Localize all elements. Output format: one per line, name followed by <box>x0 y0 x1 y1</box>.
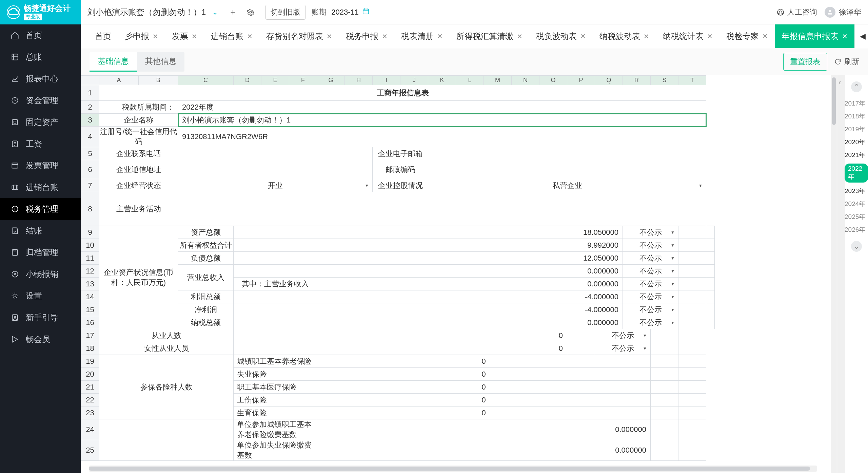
year-option[interactable]: 2018年 <box>845 112 868 121</box>
holding-select[interactable]: 私营企业 <box>428 179 706 192</box>
tab-0[interactable]: 首页 <box>88 24 118 48</box>
col-header[interactable]: B <box>139 76 178 85</box>
tab-8[interactable]: 税负波动表✕ <box>529 24 593 48</box>
col-header[interactable]: G <box>317 76 345 85</box>
close-icon[interactable]: ✕ <box>707 32 713 40</box>
cell-value[interactable]: 0 <box>317 394 651 406</box>
cell-value[interactable]: 0 <box>317 368 651 381</box>
col-header[interactable]: I <box>373 76 400 85</box>
cell-value[interactable]: 0.000000 <box>317 440 651 461</box>
cell-value[interactable]: -4.000000 <box>234 290 623 303</box>
cell-value[interactable]: 0.000000 <box>234 316 623 329</box>
consult-button[interactable]: 人工咨询 <box>776 7 817 17</box>
year-option[interactable]: 2021年 <box>845 151 868 159</box>
sidebar-item-0[interactable]: 首页 <box>0 24 81 46</box>
spreadsheet[interactable]: ABCDEFGHIJKLMNOPQRST 1工商年报信息表 2税款所属期间：20… <box>81 75 831 473</box>
sidebar-item-7[interactable]: 进销台账 <box>0 176 81 198</box>
company-name-cell[interactable]: 刘小艳演示账套（勿删勿动！）1 <box>178 114 706 127</box>
panel-collapse[interactable]: ‹ <box>837 75 844 473</box>
close-icon[interactable]: ✕ <box>327 32 332 40</box>
subtab-1[interactable]: 其他信息 <box>137 52 184 72</box>
close-icon[interactable]: ✕ <box>842 32 848 40</box>
tab-2[interactable]: 发票✕ <box>165 24 204 48</box>
cell-value[interactable]: 0 <box>234 329 567 342</box>
tab-9[interactable]: 纳税波动表✕ <box>593 24 656 48</box>
cell-value[interactable]: -4.000000 <box>234 303 623 316</box>
tab-prev-icon[interactable]: ◀ <box>854 24 868 48</box>
switch-old-button[interactable]: 切到旧版 <box>265 5 305 20</box>
tab-11[interactable]: 税检专家✕ <box>719 24 775 48</box>
publicity-select[interactable]: 不公示 <box>623 316 678 329</box>
cell-value[interactable]: 9.992000 <box>234 239 623 252</box>
year-option[interactable]: 2023年 <box>845 187 868 195</box>
year-option[interactable]: 2019年 <box>845 125 868 134</box>
close-icon[interactable]: ✕ <box>580 32 586 40</box>
sidebar-item-12[interactable]: 设置 <box>0 285 81 307</box>
close-icon[interactable]: ✕ <box>247 32 253 40</box>
close-icon[interactable]: ✕ <box>644 32 649 40</box>
tab-1[interactable]: 彡申报✕ <box>118 24 165 48</box>
cell-value[interactable]: 0 <box>234 342 567 355</box>
col-header[interactable]: M <box>484 76 512 85</box>
col-header[interactable]: J <box>400 76 428 85</box>
col-header[interactable]: L <box>456 76 484 85</box>
close-icon[interactable]: ✕ <box>437 32 443 40</box>
subtab-0[interactable]: 基础信息 <box>90 52 137 72</box>
col-header[interactable]: N <box>512 76 539 85</box>
horizontal-scrollbar[interactable] <box>89 466 817 472</box>
sidebar-item-9[interactable]: 结账 <box>0 220 81 242</box>
year-option[interactable]: 2025年 <box>845 212 868 221</box>
status-select[interactable]: 开业 <box>178 179 373 192</box>
col-header[interactable]: R <box>623 76 651 85</box>
account-name[interactable]: 刘小艳演示账套（勿删勿动！）1 <box>87 7 206 18</box>
publicity-select[interactable]: 不公示 <box>595 329 651 342</box>
col-header[interactable]: D <box>234 76 261 85</box>
year-option[interactable]: 2017年 <box>845 99 868 108</box>
close-icon[interactable]: ✕ <box>517 32 522 40</box>
tab-5[interactable]: 税务申报✕ <box>339 24 394 48</box>
tab-3[interactable]: 进销台账✕ <box>204 24 259 48</box>
col-header[interactable]: C <box>178 76 234 85</box>
sidebar-item-11[interactable]: 小畅报销 <box>0 263 81 285</box>
cell-value[interactable]: 18.050000 <box>234 226 623 239</box>
cell-value[interactable]: 0 <box>317 381 651 394</box>
year-option[interactable]: 2024年 <box>845 200 868 208</box>
cell-value[interactable]: 0.000000 <box>317 419 651 440</box>
sidebar-item-1[interactable]: 总账 <box>0 46 81 68</box>
sidebar-item-8[interactable]: 税务管理 <box>0 198 81 220</box>
col-header[interactable]: Q <box>595 76 623 85</box>
tab-10[interactable]: 纳税统计表✕ <box>656 24 719 48</box>
sidebar-item-5[interactable]: 工资 <box>0 133 81 155</box>
sidebar-item-10[interactable]: 归档管理 <box>0 242 81 263</box>
close-icon[interactable]: ✕ <box>382 32 388 40</box>
tab-12[interactable]: 年报信息申报表✕ <box>775 24 854 48</box>
year-option[interactable]: 2020年 <box>845 138 868 147</box>
period-value[interactable]: 2023-11 <box>331 8 359 17</box>
close-icon[interactable]: ✕ <box>192 32 197 40</box>
chevron-down-icon[interactable]: ⌄ <box>212 8 218 17</box>
publicity-select[interactable]: 不公示 <box>623 226 678 239</box>
sidebar-item-2[interactable]: 报表中心 <box>0 68 81 90</box>
year-down-icon[interactable]: ⌄ <box>851 241 862 252</box>
sidebar-item-4[interactable]: 固定资产 <box>0 111 81 133</box>
cell-value[interactable]: 12.050000 <box>234 252 623 265</box>
close-icon[interactable]: ✕ <box>153 32 158 40</box>
col-header[interactable]: H <box>345 76 373 85</box>
publicity-select[interactable]: 不公示 <box>623 265 678 278</box>
publicity-select[interactable]: 不公示 <box>623 290 678 303</box>
col-header[interactable]: F <box>289 76 317 85</box>
reset-button[interactable]: 重置报表 <box>783 53 827 71</box>
publicity-select[interactable]: 不公示 <box>623 252 678 265</box>
cell-value[interactable]: 0 <box>317 355 651 368</box>
col-header[interactable]: K <box>428 76 456 85</box>
tab-6[interactable]: 税表清册✕ <box>394 24 450 48</box>
cell-value[interactable]: 0 <box>317 406 651 419</box>
publicity-select[interactable]: 不公示 <box>623 278 678 290</box>
gear-icon[interactable] <box>244 6 257 18</box>
publicity-select[interactable]: 不公示 <box>623 303 678 316</box>
year-option[interactable]: 2026年 <box>845 225 868 234</box>
plus-icon[interactable] <box>227 6 239 18</box>
col-header[interactable]: E <box>261 76 289 85</box>
col-header[interactable]: O <box>539 76 567 85</box>
publicity-select[interactable]: 不公示 <box>595 342 651 355</box>
